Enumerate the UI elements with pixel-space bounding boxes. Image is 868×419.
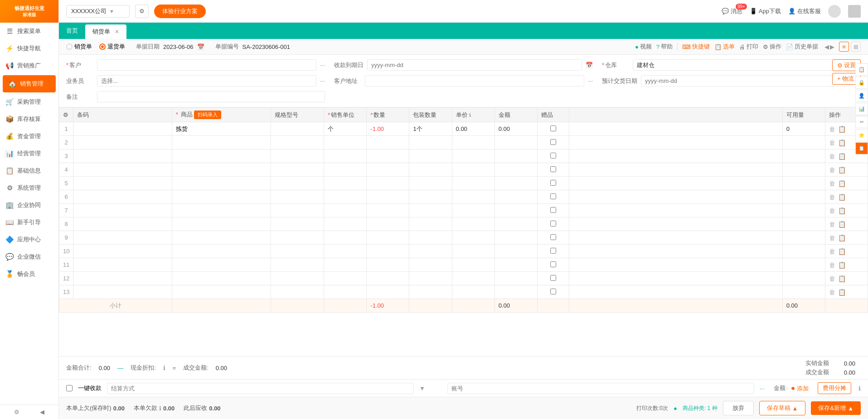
due-date-calendar-icon[interactable]: 📅 xyxy=(586,62,593,68)
row-spec[interactable] xyxy=(271,272,324,285)
row-gift[interactable] xyxy=(537,149,569,163)
gift-checkbox[interactable] xyxy=(550,221,556,226)
scan-button[interactable]: 扫码录入 xyxy=(194,111,221,119)
barcode-input[interactable] xyxy=(77,139,168,146)
row-gift[interactable] xyxy=(537,245,569,258)
product-input[interactable] xyxy=(176,248,267,255)
price-info-icon[interactable]: ℹ xyxy=(469,112,471,118)
gift-checkbox[interactable] xyxy=(550,207,556,213)
row-spec[interactable] xyxy=(271,245,324,258)
delete-row-icon[interactable]: 🗑 xyxy=(829,261,835,269)
row-product[interactable] xyxy=(172,231,271,245)
gift-checkbox[interactable] xyxy=(550,139,556,145)
gift-checkbox[interactable] xyxy=(550,289,556,294)
shortcut-action[interactable]: ⌨ 快捷键 xyxy=(682,43,710,51)
operation-action[interactable]: ⚙ 操作 xyxy=(763,43,781,51)
row-qty[interactable] xyxy=(367,272,409,285)
row-qty[interactable]: -1.00 xyxy=(367,122,409,136)
copy-row-icon[interactable]: 📋 xyxy=(838,125,846,133)
print-info-icon[interactable]: ● xyxy=(674,405,677,412)
view-list-button[interactable]: ≡ xyxy=(839,42,849,52)
gift-checkbox[interactable] xyxy=(550,261,556,267)
barcode-input[interactable] xyxy=(77,153,168,159)
collapse-icon[interactable]: ◀ xyxy=(40,409,44,415)
print-action[interactable]: 🖨 打印 xyxy=(739,43,758,51)
row-spec[interactable] xyxy=(271,258,324,272)
row-product[interactable] xyxy=(172,163,271,177)
row-price[interactable] xyxy=(452,163,495,177)
delete-row-icon[interactable]: 🗑 xyxy=(829,125,835,133)
row-price[interactable] xyxy=(452,245,495,258)
row-barcode[interactable] xyxy=(73,122,172,136)
row-barcode[interactable] xyxy=(73,217,172,231)
row-spec[interactable] xyxy=(271,149,324,163)
copy-row-icon[interactable]: 📋 xyxy=(838,275,846,282)
float-btn-7[interactable]: 📋 xyxy=(855,142,868,154)
row-qty[interactable] xyxy=(367,217,409,231)
sidebar-item-search[interactable]: ☰ 搜索菜单 xyxy=(0,23,58,40)
fee-split-button[interactable]: 费用分摊 xyxy=(818,382,851,394)
row-barcode[interactable] xyxy=(73,258,172,272)
barcode-input[interactable] xyxy=(77,289,168,295)
barcode-input[interactable] xyxy=(77,125,168,132)
row-product[interactable] xyxy=(172,258,271,272)
product-input[interactable] xyxy=(176,261,267,268)
tab-close-icon[interactable]: ✕ xyxy=(115,29,119,35)
row-price[interactable] xyxy=(452,258,495,272)
product-input[interactable] xyxy=(176,234,267,241)
delete-row-icon[interactable]: 🗑 xyxy=(829,221,835,228)
sidebar-item-basic-info[interactable]: 📋 基础信息 xyxy=(0,162,58,179)
copy-row-icon[interactable]: 📋 xyxy=(838,193,846,201)
row-spec[interactable] xyxy=(271,231,324,245)
barcode-input[interactable] xyxy=(77,166,168,173)
float-btn-3[interactable]: 👤 xyxy=(855,90,868,102)
row-spec[interactable] xyxy=(271,177,324,190)
row-qty[interactable] xyxy=(367,258,409,272)
delete-row-icon[interactable]: 🗑 xyxy=(829,248,835,255)
barcode-input[interactable] xyxy=(77,180,168,187)
product-input[interactable] xyxy=(176,221,267,227)
row-price[interactable] xyxy=(452,272,495,285)
delete-row-icon[interactable]: 🗑 xyxy=(829,289,835,296)
gift-checkbox[interactable] xyxy=(550,275,556,281)
row-gift[interactable] xyxy=(537,122,569,136)
row-spec[interactable] xyxy=(271,163,324,177)
notes-input[interactable] xyxy=(97,91,325,102)
float-btn-1[interactable]: 📋 xyxy=(855,63,868,76)
product-input[interactable] xyxy=(176,166,267,173)
delete-row-icon[interactable]: 🗑 xyxy=(829,234,835,241)
row-qty[interactable] xyxy=(367,177,409,190)
user-avatar[interactable] xyxy=(828,5,841,18)
trial-button[interactable]: 体验行业方案 xyxy=(154,5,206,18)
row-price[interactable] xyxy=(452,177,495,190)
select-order-action[interactable]: 📋 选单 xyxy=(714,43,735,51)
payment-method-dropdown-icon[interactable]: ▼ xyxy=(419,385,425,392)
delete-row-icon[interactable]: 🗑 xyxy=(829,153,835,160)
copy-row-icon[interactable]: 📋 xyxy=(838,221,846,228)
product-input[interactable] xyxy=(176,153,267,159)
gift-checkbox[interactable] xyxy=(550,234,556,240)
view-grid-button[interactable]: ⊞ xyxy=(851,42,861,52)
sidebar-item-guide[interactable]: 📖 新手引导 xyxy=(0,214,58,231)
row-gift[interactable] xyxy=(537,272,569,285)
barcode-input[interactable] xyxy=(77,261,168,268)
sidebar-item-wechat[interactable]: 💬 企业微信 xyxy=(0,248,58,265)
gift-checkbox[interactable] xyxy=(550,166,556,172)
row-barcode[interactable] xyxy=(73,177,172,190)
row-product[interactable] xyxy=(172,285,271,299)
product-input[interactable] xyxy=(176,193,267,200)
sidebar-item-system[interactable]: ⚙ 系统管理 xyxy=(0,179,58,197)
row-qty[interactable] xyxy=(367,136,409,149)
customer-address-input[interactable] xyxy=(365,75,584,87)
delete-row-icon[interactable]: 🗑 xyxy=(829,180,835,187)
copy-row-icon[interactable]: 📋 xyxy=(838,166,846,173)
row-price[interactable] xyxy=(452,149,495,163)
account-dots[interactable]: ··· xyxy=(760,385,765,392)
sidebar-item-purchase[interactable]: 🛒 采购管理 xyxy=(0,93,58,111)
copy-row-icon[interactable]: 📋 xyxy=(838,234,846,241)
row-product[interactable] xyxy=(172,245,271,258)
row-qty[interactable] xyxy=(367,204,409,217)
message-button[interactable]: 💬 消息 99+ xyxy=(722,7,742,15)
address-dots[interactable]: ··· xyxy=(588,77,593,84)
row-gift[interactable] xyxy=(537,190,569,204)
